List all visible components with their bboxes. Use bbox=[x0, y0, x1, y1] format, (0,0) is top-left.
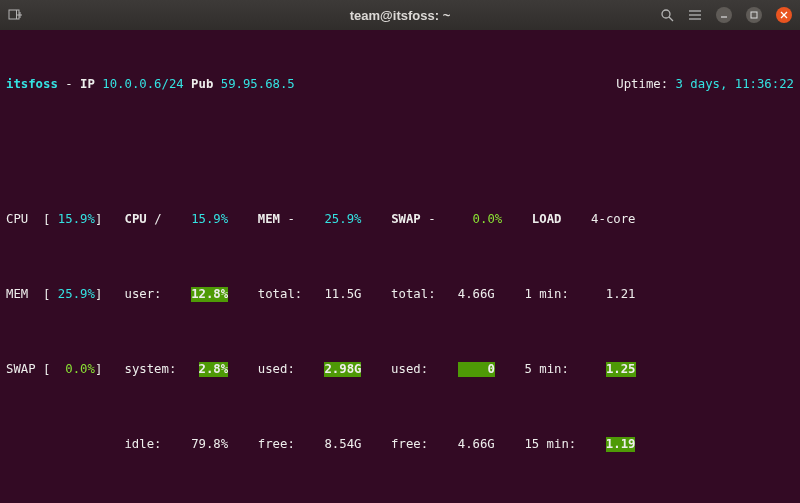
maximize-button[interactable] bbox=[746, 7, 762, 23]
summary-row-2: MEM [ 25.9%] user: 12.8% total: 11.5G to… bbox=[6, 287, 794, 302]
uptime-label: Uptime: bbox=[616, 77, 668, 92]
uptime-value: 3 days, 11:36:22 bbox=[676, 77, 794, 92]
pub-value: 59.95.68.5 bbox=[221, 77, 295, 92]
svg-line-5 bbox=[669, 17, 673, 21]
summary-row-1: CPU [ 15.9%] CPU / 15.9% MEM - 25.9% SWA… bbox=[6, 212, 794, 227]
svg-point-4 bbox=[662, 10, 670, 18]
menu-icon[interactable] bbox=[688, 8, 702, 22]
ip-label: IP bbox=[80, 77, 95, 92]
summary-row-4: idle: 79.8% free: 8.54G free: 4.66G 15 m… bbox=[6, 437, 794, 452]
minimize-button[interactable] bbox=[716, 7, 732, 23]
close-button[interactable] bbox=[776, 7, 792, 23]
hostname: itsfoss bbox=[6, 77, 58, 92]
svg-rect-10 bbox=[751, 12, 757, 18]
summary-row-3: SWAP [ 0.0%] system: 2.8% used: 2.98G us… bbox=[6, 362, 794, 377]
pub-label: Pub bbox=[191, 77, 213, 92]
new-tab-icon[interactable] bbox=[8, 8, 22, 22]
terminal-content[interactable]: itsfoss - IP 10.0.0.6/24 Pub 59.95.68.5 … bbox=[0, 30, 800, 503]
window-titlebar: team@itsfoss: ~ bbox=[0, 0, 800, 30]
search-icon[interactable] bbox=[660, 8, 674, 22]
system-header: itsfoss - IP 10.0.0.6/24 Pub 59.95.68.5 … bbox=[6, 77, 794, 92]
ip-value: 10.0.0.6/24 bbox=[102, 77, 183, 92]
